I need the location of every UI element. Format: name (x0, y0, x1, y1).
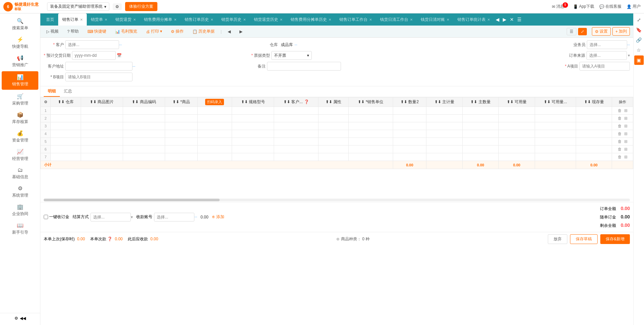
col-settings[interactable]: ⚙ (41, 97, 51, 107)
sidebar-item-basic[interactable]: 🗂 基础信息 (0, 164, 40, 182)
tab-cash-reconcile[interactable]: 钱货日清对账 ✕ (417, 13, 453, 26)
col-warehouse[interactable]: ⬆⬇ 仓库 (51, 97, 81, 107)
address-input[interactable] (65, 62, 132, 71)
tab-order-history[interactable]: 销售订单历史 ✕ (181, 13, 217, 26)
row-spec-1[interactable] (232, 107, 274, 115)
tab-next[interactable]: ▶ (501, 17, 508, 22)
warehouse-more[interactable]: ··· (295, 43, 297, 47)
delete-icon-2[interactable]: 🗑 (618, 116, 622, 121)
sidebar-item-inventory[interactable]: 📦 库存核算 (0, 109, 40, 127)
row-code-1[interactable] (123, 107, 165, 115)
delivery-input[interactable] (72, 51, 116, 60)
tab-close-return-history[interactable]: ✕ (280, 18, 282, 22)
row-qty2-1[interactable] (393, 107, 426, 115)
tab-close-invoice-history[interactable]: ✕ (243, 18, 246, 22)
scroll-thumb[interactable] (44, 199, 220, 201)
history-btn[interactable]: 📋 历史单据 (190, 28, 217, 35)
operation-btn[interactable]: ⚙ 操作 (168, 28, 186, 35)
delete-icon-7[interactable]: 🗑 (618, 155, 622, 159)
goods-count-circle[interactable]: ⊙ (336, 237, 340, 241)
col-stock[interactable]: ⬆⬇ 现存量 (576, 97, 612, 107)
tab-sales-order[interactable]: 销售订单 ✕ (58, 13, 87, 26)
help-btn[interactable]: ? 帮助 (65, 28, 81, 35)
shortcut-btn[interactable]: ⌨ 快捷键 (85, 28, 109, 35)
tab-invoice-history[interactable]: 销货单历史 ✕ (217, 13, 250, 26)
col-main-qty[interactable]: ⬆⬇ 主数量 (462, 97, 498, 107)
copy-icon-1[interactable]: ⊞ (624, 108, 628, 113)
message-btn[interactable]: ✉ 消息 9 (552, 4, 568, 9)
sidebar-item-quick[interactable]: ⚡ 快捷导航 (0, 34, 40, 52)
tab-summary[interactable]: 汇总 (60, 86, 76, 97)
col-qty2[interactable]: ⬆⬇ 数量2 (393, 97, 426, 107)
row-main-qty-1[interactable] (462, 107, 498, 115)
sidebar-item-enterprise[interactable]: 🏢 企业协同 (0, 201, 40, 219)
tab-close-sales-invoice[interactable]: ✕ (105, 18, 107, 22)
row-unit-3[interactable] (348, 122, 393, 130)
tab-sales-expense[interactable]: 销售费用分摊单 ✕ (140, 13, 181, 26)
col-main-unit[interactable]: ⬆⬇ 主计量 (426, 97, 462, 107)
tab-close-all[interactable]: ✕ (508, 17, 516, 22)
row-attr-3[interactable] (318, 122, 349, 130)
industry-btn[interactable]: 体验行业方案 (125, 2, 157, 11)
sidebar-item-system[interactable]: ⚙ 系统管理 (0, 182, 40, 201)
row-avail2-3[interactable] (535, 122, 576, 130)
staff-input[interactable] (587, 40, 627, 49)
note-input[interactable] (267, 62, 341, 71)
copy-icon-3[interactable]: ⊞ (624, 124, 628, 128)
col-customer-code[interactable]: ⬆⬇ 客户... ❓ (274, 97, 318, 107)
row-warehouse-2[interactable] (51, 115, 81, 122)
right-star-icon[interactable]: ☆ (634, 45, 644, 55)
tab-return-history[interactable]: 销货退货历史 ✕ (250, 13, 287, 26)
tab-more[interactable]: ☰ (516, 17, 523, 22)
row-qty2-3[interactable] (393, 122, 426, 130)
row-avail-1[interactable] (499, 107, 535, 115)
account-input[interactable] (154, 213, 194, 221)
row-main-qty-2[interactable] (462, 115, 498, 122)
col-attr[interactable]: ⬆⬇ 属性 (318, 97, 349, 107)
right-expand-icon[interactable]: ⤢ (634, 15, 644, 25)
sidebar-item-finance[interactable]: 💰 资金管理 (0, 127, 40, 146)
sidebar-item-operation[interactable]: 📈 经营管理 (0, 146, 40, 164)
col-goods[interactable]: ⬆⬇ *商品 (165, 97, 198, 107)
row-main-qty-3[interactable] (462, 122, 498, 130)
row-main-unit-2[interactable] (426, 115, 462, 122)
tab-detail[interactable]: 明细 (44, 86, 60, 97)
row-warehouse-4[interactable] (51, 130, 81, 138)
account-more[interactable]: ··· (194, 215, 197, 219)
tab-home[interactable]: 首页 (42, 13, 58, 26)
col-spec[interactable]: ⬆⬇ 规格型号 (232, 97, 274, 107)
view-btn[interactable]: ▷ 视频 (44, 28, 61, 35)
action-expand-btn[interactable]: ⤢ (578, 28, 587, 35)
action-next[interactable]: ▶ (237, 28, 245, 35)
row-customer-3[interactable] (274, 122, 318, 130)
copy-icon-7[interactable]: ⊞ (624, 155, 628, 159)
tab-order-workbench[interactable]: 销售订单工作台 ✕ (335, 13, 376, 26)
right-link-icon[interactable]: 🔗 (634, 35, 644, 45)
sidebar-settings-icon[interactable]: ⚙ (14, 316, 18, 321)
tab-close-order-workbench[interactable]: ✕ (369, 18, 372, 22)
row-image-3[interactable] (81, 122, 123, 130)
tab-sales-return[interactable]: 销货退货 ✕ (111, 13, 140, 26)
sidebar-item-guide[interactable]: 📖 新手引导 (0, 219, 40, 238)
right-qr-icon[interactable]: ▣ (634, 55, 644, 65)
save-draft-btn[interactable]: 保存草稿 (570, 234, 598, 244)
sidebar-item-search[interactable]: 🔍 搜索菜单 (0, 15, 40, 34)
row-code-2[interactable] (123, 115, 165, 122)
order-source-input[interactable] (586, 51, 627, 60)
row-goods-3[interactable] (165, 122, 198, 130)
one-key-check[interactable] (44, 215, 48, 219)
action-list-btn[interactable]: ☰ (567, 28, 576, 35)
delete-icon-3[interactable]: 🗑 (618, 124, 622, 128)
app-download-btn[interactable]: 📱 App下载 (573, 4, 594, 9)
discard-btn[interactable]: 放弃 (548, 234, 567, 244)
row-attr-1[interactable] (318, 107, 349, 115)
delete-icon-1[interactable]: 🗑 (618, 108, 622, 113)
tab-close-sales-return[interactable]: ✕ (133, 18, 136, 22)
row-warehouse-3[interactable] (51, 122, 81, 130)
tab-close-sales-stats[interactable]: ✕ (487, 18, 490, 22)
row-avail2-2[interactable] (535, 115, 576, 122)
payment-method-input[interactable] (90, 213, 131, 221)
row-code-3[interactable] (123, 122, 165, 130)
delete-icon-4[interactable]: 🗑 (618, 131, 622, 136)
scan-btn[interactable]: 扫码录入 (205, 99, 224, 105)
